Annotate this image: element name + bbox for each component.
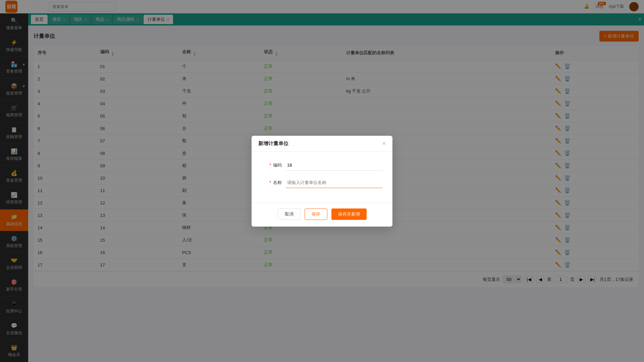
modal-title: 新增计量单位 (258, 140, 288, 147)
modal-close-button[interactable]: × (382, 140, 386, 146)
save-button[interactable]: 保存 (305, 208, 327, 220)
code-label: * 编码 (262, 162, 282, 168)
modal-body: * 编码 * 名称 (252, 152, 392, 203)
modal-overlay[interactable]: 新增计量单位 × * 编码 * 名称 取消 保存 保存并新增 (0, 0, 644, 362)
name-label: * 名称 (262, 180, 282, 186)
form-code-row: * 编码 (262, 160, 382, 171)
code-input[interactable] (286, 160, 382, 171)
save-and-new-button[interactable]: 保存并新增 (331, 208, 367, 220)
cancel-button[interactable]: 取消 (278, 208, 301, 220)
form-name-row: * 名称 (262, 177, 382, 188)
modal-footer: 取消 保存 保存并新增 (252, 203, 392, 227)
required-star-name: * (269, 180, 271, 185)
required-star-code: * (269, 163, 271, 168)
add-unit-modal: 新增计量单位 × * 编码 * 名称 取消 保存 保存并新增 (252, 136, 392, 227)
modal-header: 新增计量单位 × (252, 136, 392, 152)
name-input[interactable] (286, 177, 382, 188)
